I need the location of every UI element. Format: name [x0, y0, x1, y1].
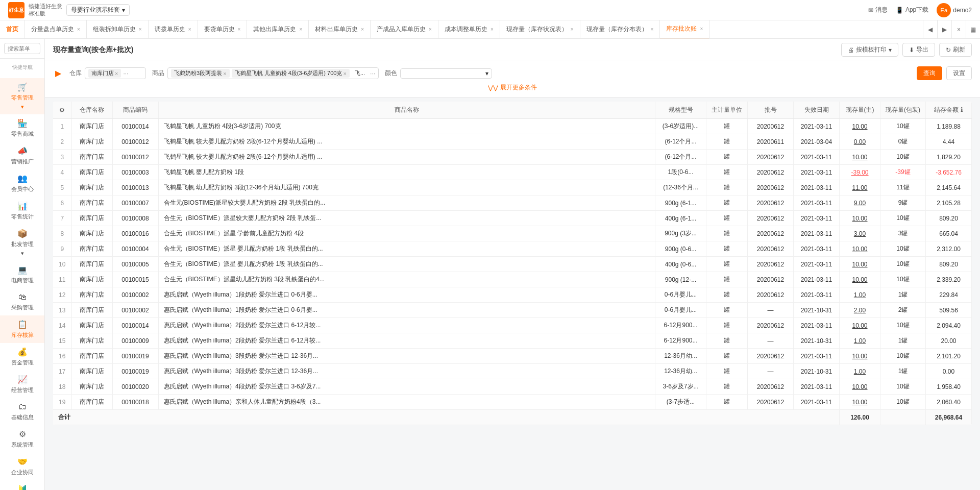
user-profile[interactable]: Ea demo2 — [937, 3, 972, 17]
export-button[interactable]: ⬇ 导出 — [902, 43, 935, 57]
close-icon[interactable]: × — [77, 27, 80, 32]
cell-qty[interactable]: 10.00 — [840, 395, 880, 410]
cell-qty[interactable]: 10.00 — [840, 379, 880, 395]
sidebar-item-retail[interactable]: 🛒 零售管理 ▾ — [0, 78, 44, 114]
cell-warehouse: 南库门店 — [71, 379, 112, 395]
th-settings[interactable]: ⚙ — [53, 102, 71, 119]
refresh-button[interactable]: ↻ 刷新 — [939, 43, 972, 57]
cell-qty[interactable]: 0.00 — [840, 134, 880, 150]
cell-qty[interactable]: 10.00 — [840, 150, 880, 165]
close-icon[interactable]: × — [651, 27, 654, 32]
sidebar-item-retail-stats[interactable]: 📊 零售统计 — [0, 197, 44, 225]
settings-button[interactable]: 设置 — [946, 66, 972, 80]
cell-qty[interactable]: 1.00 — [840, 333, 880, 349]
table-row: 15 南库门店 00100009 惠氏启赋（Wyeth illuma）2段奶粉 … — [53, 333, 972, 349]
tab-qita-chuku[interactable]: 其他出库单历史 × — [247, 20, 309, 39]
close-icon[interactable]: × — [429, 27, 432, 32]
cell-warehouse: 南库门店 — [71, 395, 112, 410]
sidebar-item-purchase[interactable]: 🛍 采购管理 — [0, 288, 44, 315]
sidebar-item-marketing[interactable]: 📣 营销推广 — [0, 142, 44, 169]
tab-cailiao-chuku[interactable]: 材料出库单历史 × — [309, 20, 371, 39]
cell-spec: 0-6月婴儿... — [655, 303, 706, 318]
sidebar-item-guide[interactable]: 🔰 新手引导 — [0, 480, 44, 490]
tab-xiancunliang-zhuang[interactable]: 现存量（库存状况表） × — [500, 20, 580, 39]
remove-warehouse-tag[interactable]: × — [115, 70, 118, 77]
tab-zuzhuang[interactable]: 组装拆卸单历史 × — [87, 20, 149, 39]
sidebar-item-member[interactable]: 👥 会员中心 — [0, 169, 44, 197]
cell-qty[interactable]: 10.00 — [840, 257, 880, 272]
sidebar-item-inventory[interactable]: 📋 库存核算 — [0, 315, 44, 343]
tab-kucun-pici[interactable]: 库存批次账 × — [660, 20, 709, 39]
tab-chanchengpin[interactable]: 产成品入库单历史 × — [371, 20, 438, 39]
tab-close-all-button[interactable]: × — [951, 20, 966, 39]
cell-unit: 罐 — [706, 333, 748, 349]
close-icon[interactable]: × — [299, 27, 302, 32]
tab-next-button[interactable]: ▶ — [937, 20, 951, 39]
content: 现存量查询(按仓库+批次) 🖨 按模板打印 ▾ ⬇ 导出 ↻ 刷新 — [45, 39, 980, 490]
sidebar-item-wholesale[interactable]: 📦 批发管理 ▾ — [0, 225, 44, 261]
warehouse-select[interactable]: 母婴行业演示账套 ▾ — [66, 4, 130, 16]
cell-qty[interactable]: 1.00 — [840, 287, 880, 303]
remove-goods-tag-1[interactable]: × — [223, 70, 226, 77]
sidebar-item-system[interactable]: ⚙ 系统管理 — [0, 425, 44, 453]
cell-spec: 12-36月幼... — [655, 349, 706, 364]
cell-spec: 900g (3岁... — [655, 226, 706, 241]
sidebar-item-ecommerce[interactable]: 💻 电商管理 — [0, 261, 44, 288]
sidebar-item-enterprise[interactable]: 🤝 企业协同 — [0, 453, 44, 480]
close-icon[interactable]: × — [571, 27, 574, 32]
warehouse-tag-group[interactable]: 南库门店 × ··· — [85, 67, 146, 79]
cell-qty[interactable]: 9.00 — [840, 195, 880, 211]
cell-qty[interactable]: 2.00 — [840, 303, 880, 318]
cell-qty[interactable]: 10.00 — [840, 211, 880, 226]
tab-xiancunliang-fen[interactable]: 现存量（库存分布表） × — [580, 20, 660, 39]
query-button[interactable]: 查询 — [917, 66, 942, 80]
message-button[interactable]: ✉ 消息 — [868, 6, 888, 14]
tab-yaohuo[interactable]: 要货单历史 × — [198, 20, 248, 39]
remove-goods-tag-2[interactable]: × — [343, 70, 346, 77]
cell-qty[interactable]: 10.00 — [840, 349, 880, 364]
cell-qty[interactable]: 11.00 — [840, 180, 880, 195]
cell-qty[interactable]: 10.00 — [840, 318, 880, 333]
close-icon[interactable]: × — [188, 27, 191, 32]
tab-prev-button[interactable]: ◀ — [923, 20, 937, 39]
cell-unit: 罐 — [706, 318, 748, 333]
tab-fenliang[interactable]: 分量盘点单历史 × — [25, 20, 87, 39]
close-icon[interactable]: × — [139, 27, 142, 32]
cell-qty[interactable]: 1.00 — [840, 364, 880, 379]
sidebar-item-mall[interactable]: 🏪 零售商城 — [0, 114, 44, 142]
goods-tag-group[interactable]: 飞鹤奶粉3段两提装 × 飞鹤星飞帆 儿童奶粉 4段(3-6岁适用) 700克 ×… — [167, 67, 379, 79]
cell-spec: 12-36月幼... — [655, 364, 706, 379]
tab-diaopo[interactable]: 调拨单历史 × — [149, 20, 198, 39]
sidebar-item-finance[interactable]: 💰 资金管理 — [0, 343, 44, 371]
search-input[interactable] — [4, 43, 40, 54]
cell-batch: 20200612 — [748, 211, 794, 226]
cell-expire: 2021-03-11 — [794, 180, 840, 195]
tab-chengben[interactable]: 成本调整单历史 × — [438, 20, 500, 39]
cell-qty[interactable]: -39.00 — [840, 165, 880, 180]
app-download-button[interactable]: 📱 App下载 — [896, 6, 928, 14]
close-icon[interactable]: × — [238, 27, 241, 32]
goods-more[interactable]: ··· — [370, 70, 375, 77]
sidebar-item-operation[interactable]: 📈 经营管理 — [0, 371, 44, 398]
cell-batch: 20200612 — [748, 379, 794, 395]
tab-menu-button[interactable]: ▦ — [966, 20, 980, 39]
cell-unit: 罐 — [706, 180, 748, 195]
cell-qty[interactable]: 10.00 — [840, 241, 880, 257]
color-tag-group[interactable]: ▾ — [400, 68, 492, 79]
tab-home[interactable]: 首页 — [0, 20, 25, 39]
cell-qty[interactable]: 10.00 — [840, 272, 880, 287]
cell-qty[interactable]: 3.00 — [840, 226, 880, 241]
filter-expand-arrow[interactable]: ▶ — [53, 68, 63, 78]
sidebar-item-basic[interactable]: 🗂 基础信息 — [0, 398, 44, 425]
template-print-button[interactable]: 🖨 按模板打印 ▾ — [841, 43, 898, 57]
close-icon[interactable]: × — [491, 27, 494, 32]
close-icon[interactable]: × — [361, 27, 364, 32]
cell-qty[interactable]: 10.00 — [840, 119, 880, 134]
cell-qty-pkg: 10罐 — [880, 318, 926, 333]
cell-unit: 罐 — [706, 364, 748, 379]
cell-qty-pkg: 10罐 — [880, 257, 926, 272]
expand-more-button[interactable]: ⋁⋁ 展开更多条件 — [53, 80, 972, 92]
warehouse-more[interactable]: ··· — [123, 70, 128, 77]
close-icon[interactable]: × — [700, 26, 703, 32]
settings-icon[interactable]: ⚙ — [59, 107, 65, 114]
